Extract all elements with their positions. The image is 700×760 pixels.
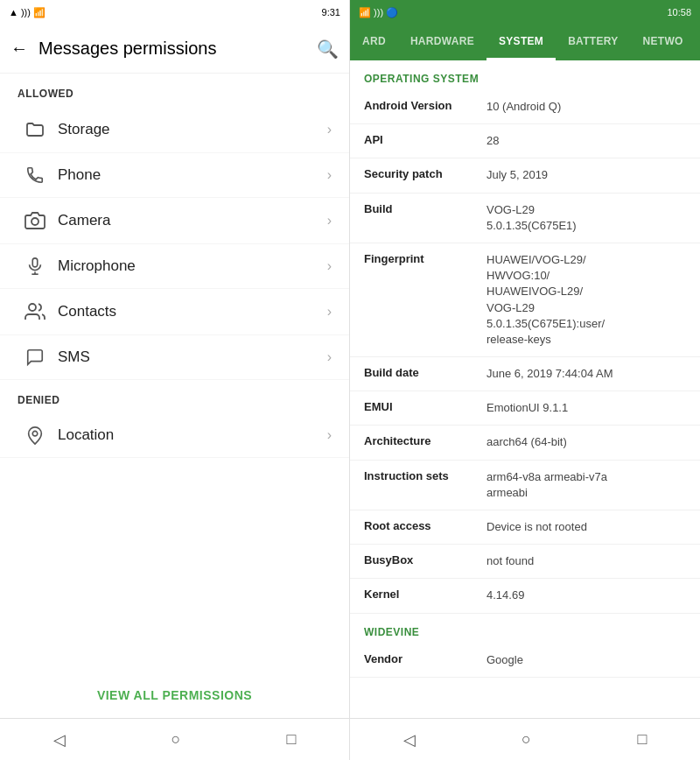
phone-icon [18, 165, 52, 185]
contacts-label: Contacts [52, 303, 327, 320]
vendor-row: Vendor Google [350, 644, 700, 678]
page-title: Messages permissions [38, 39, 306, 59]
back-nav-right-button[interactable]: ◁ [403, 730, 416, 749]
allowed-section-label: ALLOWED [0, 74, 349, 107]
widevine-section-title: WIDEVINE [350, 614, 700, 644]
left-panel: ▲ ))) 📶 9:31 ← Messages permissions 🔍 AL… [0, 0, 350, 760]
folder-icon [18, 119, 52, 140]
microphone-icon [18, 257, 52, 276]
search-button[interactable]: 🔍 [317, 39, 339, 60]
permission-item-phone[interactable]: Phone › [0, 153, 349, 198]
tab-system[interactable]: SYSTEM [486, 25, 556, 60]
nav-bar-left: ◁ ○ □ [0, 718, 349, 760]
camera-label: Camera [52, 212, 327, 229]
left-status-icons: ▲ ))) 📶 [9, 7, 46, 18]
home-nav-button[interactable]: ○ [172, 730, 181, 749]
svg-point-4 [29, 304, 36, 311]
instruction-sets-row: Instruction sets arm64-v8a armeabi-v7aar… [350, 461, 700, 510]
permission-item-contacts[interactable]: Contacts › [0, 289, 349, 335]
svg-rect-1 [32, 258, 38, 267]
chevron-icon: › [327, 167, 332, 183]
view-all-permissions-button[interactable]: VIEW ALL PERMISSIONS [0, 672, 349, 718]
location-icon [18, 426, 52, 445]
recent-nav-right-button[interactable]: □ [637, 730, 647, 749]
home-nav-right-button[interactable]: ○ [522, 730, 531, 749]
nav-bar-right: ◁ ○ □ [350, 718, 700, 760]
chevron-icon: › [327, 304, 332, 320]
svg-point-5 [32, 431, 38, 436]
architecture-row: Architecture aarch64 (64-bit) [350, 426, 700, 460]
chevron-icon: › [327, 258, 332, 274]
right-status-icons: 📶 ))) 🔵 [359, 7, 398, 18]
chevron-icon: › [327, 213, 332, 229]
denied-section-label: DENIED [0, 380, 349, 413]
left-time: 9:31 [322, 7, 340, 18]
back-nav-button[interactable]: ◁ [53, 730, 66, 749]
emui-row: EMUI EmotionUI 9.1.1 [350, 391, 700, 426]
permission-item-location[interactable]: Location › [0, 413, 349, 458]
tab-battery[interactable]: BATTERY [556, 25, 630, 60]
status-bar-left: ▲ ))) 📶 9:31 [0, 0, 349, 25]
storage-label: Storage [52, 121, 327, 138]
security-patch-row: Security patch July 5, 2019 [350, 158, 700, 193]
recent-nav-button[interactable]: □ [287, 730, 297, 749]
busybox-row: BusyBox not found [350, 545, 700, 579]
svg-point-0 [32, 218, 38, 225]
chevron-icon: › [327, 427, 332, 443]
chevron-icon: › [327, 122, 332, 137]
tab-netwo[interactable]: NETWO [631, 25, 696, 60]
permission-item-storage[interactable]: Storage › [0, 107, 349, 153]
microphone-label: Microphone [52, 257, 327, 275]
tab-ard[interactable]: ARD [350, 25, 398, 60]
os-section-title: OPERATING SYSTEM [350, 60, 700, 90]
sms-icon [18, 348, 52, 367]
camera-icon [18, 210, 52, 231]
back-button[interactable]: ← [10, 39, 28, 59]
contacts-icon [18, 301, 52, 322]
build-date-row: Build date June 6, 2019 7:44:04 AM [350, 357, 700, 391]
permission-item-camera[interactable]: Camera › [0, 198, 349, 244]
permission-item-sms[interactable]: SMS › [0, 335, 349, 380]
tabs-bar: ARD HARDWARE SYSTEM BATTERY NETWO [350, 25, 700, 60]
permission-item-microphone[interactable]: Microphone › [0, 244, 349, 289]
api-row: API 28 [350, 124, 700, 158]
location-label: Location [52, 426, 327, 444]
phone-label: Phone [52, 166, 327, 184]
fingerprint-row: Fingerprint HUAWEI/VOG-L29/HWVOG:10/HUAW… [350, 243, 700, 357]
toolbar: ← Messages permissions 🔍 [0, 25, 349, 74]
android-version-row: Android Version 10 (Android Q) [350, 90, 700, 124]
kernel-row: Kernel 4.14.69 [350, 579, 700, 613]
status-bar-right: 📶 ))) 🔵 10:58 [350, 0, 700, 25]
right-panel: 📶 ))) 🔵 10:58 ARD HARDWARE SYSTEM BATTER… [350, 0, 700, 760]
tab-hardware[interactable]: HARDWARE [398, 25, 486, 60]
root-access-row: Root access Device is not rooted [350, 510, 700, 545]
build-row: Build VOG-L295.0.1.35(C675E1) [350, 194, 700, 243]
sms-label: SMS [52, 348, 327, 366]
chevron-icon: › [327, 349, 332, 365]
info-content: OPERATING SYSTEM Android Version 10 (And… [350, 60, 700, 718]
right-time: 10:58 [667, 7, 691, 18]
